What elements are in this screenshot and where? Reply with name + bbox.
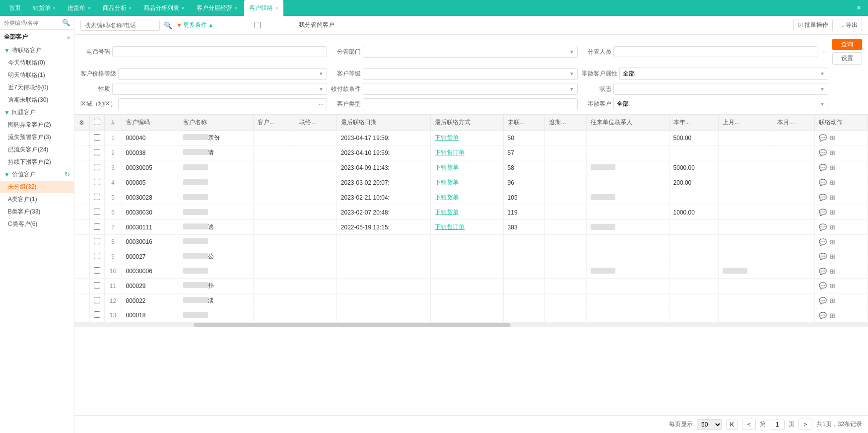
close-sales-icon[interactable]: × xyxy=(53,5,56,11)
row-comment-icon-8[interactable]: 💬 xyxy=(819,253,827,260)
row-checkbox-8[interactable] xyxy=(89,249,104,264)
filter-dept-select[interactable]: ▼ xyxy=(363,46,578,58)
row-gear-1[interactable] xyxy=(74,145,89,160)
row-checkbox-input-5[interactable] xyxy=(94,209,100,215)
row-checkbox-input-1[interactable] xyxy=(94,149,100,155)
row-grid-icon-12[interactable]: ⊞ xyxy=(830,312,835,319)
all-customers-header[interactable]: 全部客户 « xyxy=(0,30,74,44)
row-gear-4[interactable] xyxy=(74,190,89,205)
first-page-button[interactable]: K xyxy=(726,420,738,430)
sidebar-group-problem[interactable]: ▼ 问题客户 xyxy=(0,106,74,119)
row-checkbox-12[interactable] xyxy=(89,308,104,323)
sidebar-item-tomorrow-pending[interactable]: 明天待联络(1) xyxy=(0,69,74,81)
next-page-button[interactable]: ＞ xyxy=(799,419,812,430)
row-gear-11[interactable] xyxy=(74,293,89,308)
close-analysis-icon[interactable]: × xyxy=(129,5,132,11)
region-more-icon[interactable]: ··· xyxy=(319,101,324,108)
row-last-method-link-5[interactable]: 下销货单 xyxy=(435,209,459,216)
query-button[interactable]: 查询 xyxy=(832,39,862,50)
sidebar-item-7days-pending[interactable]: 近7天待联络(0) xyxy=(0,81,74,94)
sidebar-search-icon[interactable]: 🔍 xyxy=(62,19,70,26)
row-checkbox-input-6[interactable] xyxy=(94,223,100,230)
row-comment-icon-1[interactable]: 💬 xyxy=(819,149,827,156)
sidebar-item-declining[interactable]: 持续下滑客户(2) xyxy=(0,156,74,168)
sidebar-item-b-class[interactable]: B类客户(33) xyxy=(0,206,74,218)
my-customers-checkbox-label[interactable]: 我分管的客户 xyxy=(218,21,334,29)
filter-customer-type-select[interactable] xyxy=(363,98,578,110)
horizontal-scrollbar[interactable] xyxy=(74,323,868,327)
row-checkbox-input-9[interactable] xyxy=(94,267,100,274)
refresh-icon[interactable]: ↻ xyxy=(65,171,70,178)
row-gear-10[interactable] xyxy=(74,279,89,293)
row-comment-icon-5[interactable]: 💬 xyxy=(819,209,827,216)
sidebar-item-abnormal[interactable]: 囤购异常客户(2) xyxy=(0,119,74,131)
row-comment-icon-6[interactable]: 💬 xyxy=(819,223,827,231)
col-last-method[interactable]: 最后联络方式 xyxy=(431,115,503,131)
row-comment-icon-12[interactable]: 💬 xyxy=(819,312,827,319)
col-this-month-sales[interactable]: 本月... xyxy=(773,115,815,131)
filter-phone-input[interactable] xyxy=(112,46,327,57)
sidebar-item-a-class[interactable]: A类客户(1) xyxy=(0,193,74,206)
sidebar-item-lost[interactable]: 已流失客户(24) xyxy=(0,144,74,156)
search-input[interactable] xyxy=(80,20,160,31)
filter-manager-input[interactable] xyxy=(613,46,817,57)
row-checkbox-4[interactable] xyxy=(89,190,104,205)
row-comment-icon-2[interactable]: 💬 xyxy=(819,164,827,171)
row-last-method-link-3[interactable]: 下销货单 xyxy=(435,179,459,186)
row-checkbox-0[interactable] xyxy=(89,131,104,145)
row-grid-icon-7[interactable]: ⊞ xyxy=(830,238,835,246)
filter-payment-select[interactable]: ▼ xyxy=(363,83,578,95)
row-checkbox-input-11[interactable] xyxy=(94,297,100,303)
row-checkbox-11[interactable] xyxy=(89,293,104,308)
row-checkbox-6[interactable] xyxy=(89,220,104,235)
select-all-checkbox[interactable] xyxy=(94,119,100,125)
sidebar-item-churn-warning[interactable]: 流失预警客户(3) xyxy=(0,131,74,144)
row-checkbox-5[interactable] xyxy=(89,205,104,220)
row-comment-icon-10[interactable]: 💬 xyxy=(819,282,827,289)
close-crm-icon[interactable]: × xyxy=(234,5,237,11)
sidebar-item-today-pending[interactable]: 今天待联络(0) xyxy=(0,57,74,69)
row-checkbox-input-10[interactable] xyxy=(94,282,100,289)
row-checkbox-7[interactable] xyxy=(89,235,104,249)
col-unlink-days[interactable]: 未联... xyxy=(503,115,545,131)
row-comment-icon-4[interactable]: 💬 xyxy=(819,194,827,201)
filter-status-select[interactable]: ▼ xyxy=(613,83,828,95)
row-comment-icon-9[interactable]: 💬 xyxy=(819,268,827,275)
row-checkbox-1[interactable] xyxy=(89,145,104,160)
my-customers-checkbox[interactable] xyxy=(218,22,297,28)
row-checkbox-input-7[interactable] xyxy=(94,238,100,244)
row-checkbox-input-12[interactable] xyxy=(94,311,100,318)
col-name[interactable]: 客户名称 xyxy=(179,115,254,131)
sidebar-item-c-class[interactable]: C类客户(6) xyxy=(0,218,74,230)
row-gear-3[interactable] xyxy=(74,175,89,190)
row-checkbox-input-0[interactable] xyxy=(94,134,100,141)
row-comment-icon-3[interactable]: 💬 xyxy=(819,179,827,186)
sidebar-search-input[interactable] xyxy=(4,20,60,26)
col-gear[interactable]: ⚙ xyxy=(74,115,89,131)
row-last-method-link-4[interactable]: 下销货单 xyxy=(435,194,459,201)
row-checkbox-input-4[interactable] xyxy=(94,194,100,200)
row-comment-icon-7[interactable]: 💬 xyxy=(819,238,827,246)
col-contact[interactable]: 联络... xyxy=(295,115,336,131)
nav-tab-home[interactable]: 首页 xyxy=(4,0,26,16)
filter-scattered-attr-select[interactable]: 全部 ▼ xyxy=(619,68,828,80)
more-conditions-button[interactable]: ▼ 更多条件 ▲ xyxy=(176,21,214,29)
close-all-button[interactable]: × xyxy=(854,3,864,12)
row-comment-icon-11[interactable]: 💬 xyxy=(819,297,827,304)
sidebar-group-value[interactable]: ▼ 价值客户 ↻ xyxy=(0,168,74,181)
batch-op-button[interactable]: ☑ 批量操作 xyxy=(793,19,833,31)
nav-tab-sales[interactable]: 销货单 × xyxy=(28,0,61,16)
filter-manager-more-icon[interactable]: ··· xyxy=(819,48,828,55)
row-checkbox-9[interactable] xyxy=(89,264,104,279)
row-grid-icon-3[interactable]: ⊞ xyxy=(830,179,835,186)
row-grid-icon-4[interactable]: ⊞ xyxy=(830,194,835,201)
row-checkbox-10[interactable] xyxy=(89,279,104,293)
row-gear-8[interactable] xyxy=(74,249,89,264)
col-last-date[interactable]: 最后联络日期 xyxy=(336,115,430,131)
row-grid-icon-8[interactable]: ⊞ xyxy=(830,253,835,260)
sidebar-item-overdue-pending[interactable]: 逾期未联络(30) xyxy=(0,94,74,106)
row-checkbox-input-2[interactable] xyxy=(94,164,100,170)
row-gear-9[interactable] xyxy=(74,264,89,279)
row-grid-icon-6[interactable]: ⊞ xyxy=(830,223,835,231)
row-gear-6[interactable] xyxy=(74,220,89,235)
